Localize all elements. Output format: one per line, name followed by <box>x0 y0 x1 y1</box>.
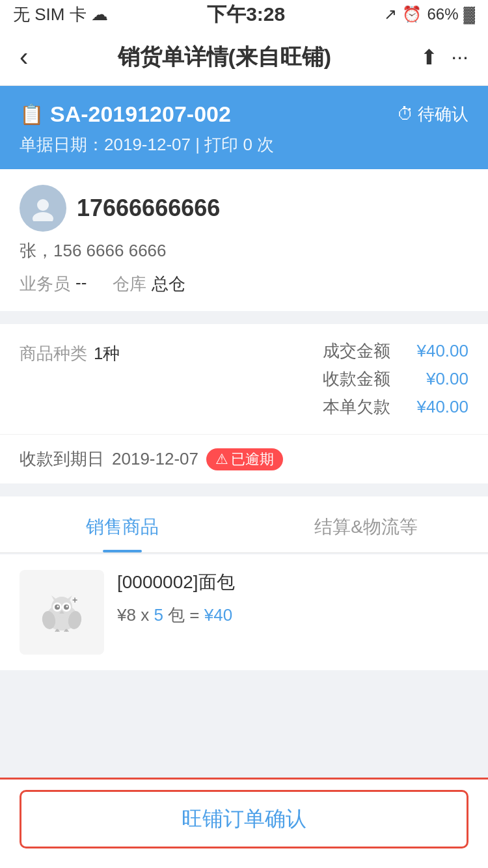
warehouse-meta: 仓库 总仓 <box>113 273 185 295</box>
status-time: 下午3:28 <box>207 1 285 28</box>
overdue-badge: ⚠ 已逾期 <box>206 448 283 470</box>
type-label: 商品种类 <box>20 342 87 365</box>
due-label: 收款到期日 <box>20 448 104 470</box>
svg-point-11 <box>66 606 68 608</box>
tabs-section: 销售商品 结算&物流等 <box>0 496 488 553</box>
due-date: 2019-12-07 <box>112 449 198 469</box>
confirm-order-button[interactable]: 旺铺订单确认 <box>20 790 468 848</box>
divider-1 <box>0 318 488 324</box>
status-left: 无 SIM 卡 ☁ <box>13 3 108 26</box>
svg-text:+: + <box>72 595 77 605</box>
product-section: + [0000002]面包 ¥8 x 5 包 = ¥40 <box>0 554 488 670</box>
order-icon: 📋 <box>20 103 44 126</box>
summary-left: 商品种类 1种 <box>20 340 323 365</box>
divider-2 <box>0 490 488 496</box>
battery-icon: ▓ <box>464 5 476 23</box>
avatar <box>20 185 66 232</box>
svg-point-1 <box>33 212 53 221</box>
summary-section: 商品种类 1种 成交金额 ¥40.00 收款金额 ¥0.00 本单欠款 ¥40.… <box>0 324 488 434</box>
customer-phone: 17666666666 <box>77 195 220 222</box>
order-status: ⏱ 待确认 <box>397 103 468 126</box>
nav-actions: ⬆ ··· <box>420 45 468 70</box>
svg-point-10 <box>57 606 59 608</box>
price-total: ¥40 <box>204 605 232 625</box>
clock-icon: ⏱ <box>397 104 414 124</box>
customer-section: 17666666666 张，156 6666 6666 业务员 -- 仓库 总仓 <box>0 169 488 311</box>
customer-name: 张，156 6666 6666 <box>20 239 468 262</box>
summary-right: 成交金额 ¥40.00 收款金额 ¥0.00 本单欠款 ¥40.00 <box>323 340 468 418</box>
balance-label: 本单欠款 <box>323 396 390 418</box>
alarm-icon: ⏰ <box>402 5 422 23</box>
back-button[interactable]: ‹ <box>20 42 28 72</box>
price-qty: 5 <box>154 605 163 625</box>
salesperson-value: -- <box>75 273 87 295</box>
page-title: 销货单详情(来自旺铺) <box>118 42 332 72</box>
warehouse-label: 仓库 <box>113 273 146 295</box>
share-button[interactable]: ⬆ <box>420 45 438 70</box>
price-value: ¥8 <box>117 605 136 625</box>
salesperson-meta: 业务员 -- <box>20 273 87 295</box>
owl-logo-icon: + <box>36 593 88 632</box>
price-equals: = <box>189 605 204 625</box>
type-value: 1种 <box>94 342 120 365</box>
order-date: 单据日期：2019-12-07 | 打印 0 次 <box>20 133 468 156</box>
warehouse-value: 总仓 <box>152 273 185 295</box>
balance-value: ¥40.00 <box>403 397 468 417</box>
tab-settlement[interactable]: 结算&物流等 <box>244 496 488 552</box>
balance-row: 本单欠款 ¥40.00 <box>323 396 468 418</box>
transaction-label: 成交金额 <box>323 340 390 362</box>
payment-row: 收款金额 ¥0.00 <box>323 368 468 390</box>
transaction-row: 成交金额 ¥40.00 <box>323 340 468 362</box>
nav-bar: ‹ 销货单详情(来自旺铺) ⬆ ··· <box>0 29 488 86</box>
svg-point-0 <box>37 199 49 211</box>
product-price: ¥8 x 5 包 = ¥40 <box>117 604 468 627</box>
price-unit: 包 <box>168 605 185 625</box>
salesperson-label: 业务员 <box>20 273 70 295</box>
warning-icon: ⚠ <box>215 451 228 468</box>
customer-top: 17666666666 <box>20 185 468 232</box>
more-button[interactable]: ··· <box>451 45 468 69</box>
product-name: [0000002]面包 <box>117 570 468 595</box>
transaction-value: ¥40.00 <box>403 341 468 361</box>
tab-sales-products[interactable]: 销售商品 <box>0 496 244 552</box>
bottom-bar: 旺铺订单确认 <box>0 778 488 868</box>
due-section: 收款到期日 2019-12-07 ⚠ 已逾期 <box>0 434 488 483</box>
product-info: [0000002]面包 ¥8 x 5 包 = ¥40 <box>117 570 468 627</box>
status-right: ↗ ⏰ 66% ▓ <box>384 5 475 23</box>
payment-label: 收款金额 <box>323 368 390 390</box>
customer-meta: 业务员 -- 仓库 总仓 <box>20 273 468 295</box>
product-image: + <box>20 570 104 655</box>
order-header-top: 📋 SA-20191207-002 ⏱ 待确认 <box>20 102 468 127</box>
no-sim-text: 无 SIM 卡 ☁ <box>13 3 108 26</box>
payment-value: ¥0.00 <box>403 369 468 389</box>
battery-text: 66% <box>427 5 458 23</box>
location-icon: ↗ <box>384 5 397 23</box>
order-id: 📋 SA-20191207-002 <box>20 102 231 127</box>
price-multiply: x <box>141 605 154 625</box>
status-bar: 无 SIM 卡 ☁ 下午3:28 ↗ ⏰ 66% ▓ <box>0 0 488 29</box>
order-header: 📋 SA-20191207-002 ⏱ 待确认 单据日期：2019-12-07 … <box>0 86 488 169</box>
